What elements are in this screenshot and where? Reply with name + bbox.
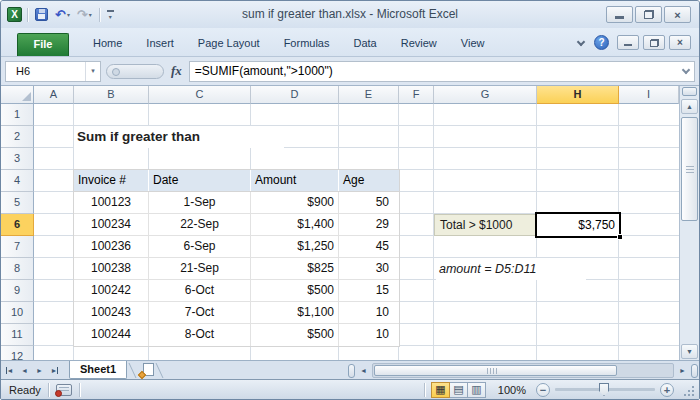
row-header-10[interactable]: 10 bbox=[1, 302, 34, 324]
ribbon-tab-insert[interactable]: Insert bbox=[134, 30, 186, 56]
column-header-C[interactable]: C bbox=[149, 86, 251, 104]
help-button[interactable]: ? bbox=[594, 35, 609, 50]
table-cell[interactable]: $1,100 bbox=[251, 302, 339, 323]
table-cell[interactable]: 10 bbox=[339, 324, 399, 346]
table-cell[interactable]: 100242 bbox=[74, 280, 149, 301]
split-handle[interactable] bbox=[682, 87, 697, 96]
table-cell[interactable]: 100236 bbox=[74, 236, 149, 257]
table-cell[interactable]: 100238 bbox=[74, 258, 149, 279]
row-header-7[interactable]: 7 bbox=[1, 236, 34, 258]
column-header-A[interactable]: A bbox=[34, 86, 74, 104]
annotation-cell[interactable]: amount = D5:D11 bbox=[436, 258, 586, 280]
table-cell[interactable]: 100244 bbox=[74, 324, 149, 346]
title-bar[interactable]: sum if greater than.xlsx - Microsoft Exc… bbox=[1, 1, 699, 28]
scroll-left-button[interactable]: ◄ bbox=[357, 363, 370, 378]
insert-worksheet-button[interactable] bbox=[140, 363, 154, 377]
row-header-2[interactable]: 2 bbox=[1, 126, 34, 148]
selected-cell[interactable]: $3,750 bbox=[535, 212, 621, 238]
table-cell[interactable]: 45 bbox=[339, 236, 399, 257]
restore-button[interactable] bbox=[635, 6, 662, 23]
undo-button[interactable]: ↶ ▾ bbox=[53, 5, 72, 25]
page-break-view-button[interactable]: ▥ bbox=[467, 382, 486, 398]
column-header-I[interactable]: I bbox=[619, 86, 679, 104]
scroll-up-button[interactable]: ▲ bbox=[681, 99, 698, 114]
column-header-D[interactable]: D bbox=[251, 86, 339, 104]
workbook-minimize-button[interactable] bbox=[617, 35, 639, 50]
table-cell[interactable]: 6-Sep bbox=[149, 236, 251, 257]
table-header-invoice[interactable]: Invoice # bbox=[74, 170, 149, 191]
workbook-restore-button[interactable] bbox=[643, 35, 665, 50]
save-button[interactable] bbox=[33, 5, 50, 25]
table-header-date[interactable]: Date bbox=[149, 170, 251, 191]
table-cell[interactable]: $500 bbox=[251, 324, 339, 346]
row-header-6[interactable]: 6 bbox=[1, 214, 34, 236]
row-header-1[interactable]: 1 bbox=[1, 104, 34, 126]
select-all-corner[interactable] bbox=[1, 86, 34, 104]
column-header-G[interactable]: G bbox=[434, 86, 537, 104]
ribbon-tab-home[interactable]: Home bbox=[81, 30, 134, 56]
table-cell[interactable]: $500 bbox=[251, 280, 339, 301]
previous-sheet-button[interactable]: ◄ bbox=[18, 363, 31, 378]
formula-input[interactable]: =SUMIF(amount,">1000") bbox=[189, 61, 678, 82]
horizontal-scroll-track[interactable] bbox=[372, 363, 674, 378]
expand-formula-bar-button[interactable] bbox=[678, 61, 695, 82]
redo-button[interactable]: ↷ ▾ bbox=[75, 5, 94, 25]
table-cell[interactable]: 100243 bbox=[74, 302, 149, 323]
customize-qat-button[interactable]: ▾ bbox=[105, 5, 116, 25]
table-cell[interactable]: $825 bbox=[251, 258, 339, 279]
column-header-B[interactable]: B bbox=[74, 86, 149, 104]
scroll-down-button[interactable]: ▼ bbox=[681, 344, 698, 359]
row-header-4[interactable]: 4 bbox=[1, 170, 34, 192]
table-cell[interactable]: $1,250 bbox=[251, 236, 339, 257]
table-cell[interactable]: 22-Sep bbox=[149, 214, 251, 235]
table-cell[interactable]: $900 bbox=[251, 192, 339, 213]
zoom-in-button[interactable]: + bbox=[660, 383, 674, 397]
record-macro-button[interactable] bbox=[56, 384, 72, 396]
vertical-scroll-track[interactable] bbox=[681, 115, 698, 343]
tab-split-handle[interactable] bbox=[691, 364, 698, 378]
zoom-out-button[interactable]: − bbox=[536, 383, 550, 397]
name-box[interactable]: H6 ▾ bbox=[5, 61, 101, 82]
table-cell[interactable]: 1-Sep bbox=[149, 192, 251, 213]
insert-function-button[interactable]: fx bbox=[171, 63, 182, 79]
ribbon-tab-formulas[interactable]: Formulas bbox=[272, 30, 342, 56]
zoom-slider-handle[interactable] bbox=[599, 383, 609, 396]
formula-bar-gripper[interactable] bbox=[106, 64, 164, 79]
total-label-cell[interactable]: Total > $1000 bbox=[434, 214, 537, 236]
table-cell[interactable]: 10 bbox=[339, 302, 399, 323]
ribbon-tab-file[interactable]: File bbox=[17, 33, 69, 56]
ribbon-tab-page-layout[interactable]: Page Layout bbox=[186, 30, 272, 56]
workbook-close-button[interactable]: × bbox=[669, 35, 691, 50]
ribbon-tab-review[interactable]: Review bbox=[389, 30, 449, 56]
page-layout-view-button[interactable]: ▤ bbox=[449, 382, 468, 398]
table-cell[interactable]: 100234 bbox=[74, 214, 149, 235]
scroll-right-button[interactable]: ► bbox=[676, 363, 689, 378]
table-header-age[interactable]: Age bbox=[339, 170, 399, 191]
column-header-H[interactable]: H bbox=[537, 86, 619, 104]
table-cell[interactable]: 100123 bbox=[74, 192, 149, 213]
table-cell[interactable]: 6-Oct bbox=[149, 280, 251, 301]
worksheet-heading-cell[interactable]: Sum if greater than bbox=[74, 126, 284, 148]
last-sheet-button[interactable]: ► bbox=[48, 363, 61, 378]
table-cell[interactable]: 15 bbox=[339, 280, 399, 301]
table-cell[interactable]: 50 bbox=[339, 192, 399, 213]
table-cell[interactable]: 8-Oct bbox=[149, 324, 251, 346]
next-sheet-button[interactable]: ► bbox=[33, 363, 46, 378]
row-header-3[interactable]: 3 bbox=[1, 148, 34, 170]
resize-grip[interactable] bbox=[684, 386, 696, 398]
first-sheet-button[interactable]: ◄ bbox=[3, 363, 16, 378]
vertical-scroll-thumb[interactable] bbox=[681, 117, 698, 221]
table-cell[interactable]: 7-Oct bbox=[149, 302, 251, 323]
row-header-12[interactable]: 12 bbox=[1, 346, 34, 360]
row-header-9[interactable]: 9 bbox=[1, 280, 34, 302]
normal-view-button[interactable]: ▦ bbox=[431, 382, 450, 398]
row-header-5[interactable]: 5 bbox=[1, 192, 34, 214]
row-header-8[interactable]: 8 bbox=[1, 258, 34, 280]
ribbon-tab-data[interactable]: Data bbox=[341, 30, 388, 56]
name-box-dropdown[interactable]: ▾ bbox=[85, 62, 100, 81]
minimize-button[interactable] bbox=[606, 6, 633, 23]
column-header-F[interactable]: F bbox=[399, 86, 434, 104]
table-cell[interactable]: 21-Sep bbox=[149, 258, 251, 279]
vertical-scrollbar[interactable]: ▲ ▼ bbox=[679, 86, 699, 360]
table-cell[interactable]: 30 bbox=[339, 258, 399, 279]
